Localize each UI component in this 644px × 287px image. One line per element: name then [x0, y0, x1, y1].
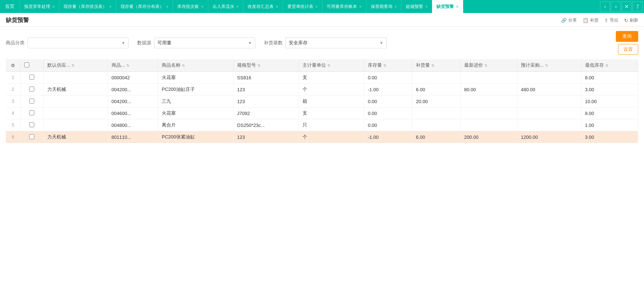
- th-supplier[interactable]: 默认供应... ⇅: [44, 59, 108, 72]
- row-supplier: [44, 96, 108, 107]
- replenish-value: 安全库存: [289, 40, 379, 46]
- close-tab-4[interactable]: ×: [236, 4, 239, 9]
- replenish-filter: 补货基数 安全库存 ▼: [264, 37, 387, 48]
- th-spec[interactable]: 规格型号 ⇅: [233, 59, 299, 72]
- settings-button[interactable]: 设置: [618, 44, 638, 55]
- share-button[interactable]: 🔗 分享: [561, 17, 577, 23]
- close-tab-1[interactable]: ×: [109, 4, 111, 9]
- row-checkbox-cell: [20, 96, 44, 107]
- home-tab[interactable]: 首页: [0, 0, 20, 13]
- tab-9[interactable]: 超储预警 ×: [401, 0, 432, 13]
- nav-close[interactable]: ✕: [622, 1, 632, 12]
- th-gear[interactable]: ⚙: [6, 59, 20, 72]
- category-label: 商品分类: [6, 40, 25, 46]
- gear-icon: ⚙: [11, 63, 15, 68]
- th-est-purchase[interactable]: 预计采购... ⇅: [517, 59, 581, 72]
- row-latest-price: [460, 119, 517, 131]
- row-stock: 0.00: [364, 107, 412, 119]
- sort-icon: ⇅: [126, 63, 129, 67]
- tab-4[interactable]: 出入库流水 ×: [208, 0, 243, 13]
- row-est-purchase: [517, 72, 581, 84]
- sort-icon: ⇅: [484, 63, 487, 67]
- row-stock: -1.00: [364, 84, 412, 96]
- row-num: 3: [6, 96, 20, 107]
- row-checkbox[interactable]: [29, 134, 34, 139]
- row-code: 801110...: [108, 131, 158, 143]
- th-replenish[interactable]: 补货量 ⇅: [412, 59, 460, 72]
- row-supplier: 力天机械: [44, 131, 108, 143]
- row-checkbox[interactable]: [29, 98, 34, 103]
- row-unit: 个: [299, 84, 364, 96]
- row-min-stock: 3.00: [581, 131, 638, 143]
- refresh-button[interactable]: ↻ 刷新: [624, 17, 638, 23]
- row-stock: 0.00: [364, 96, 412, 107]
- tab-1[interactable]: 现存量（库存状况表） ×: [59, 0, 116, 13]
- nav-expand[interactable]: ⤴: [632, 1, 643, 12]
- row-est-purchase: [517, 107, 581, 119]
- th-name[interactable]: 商品名称 ⇅: [158, 59, 234, 72]
- row-est-purchase: 480.00: [517, 84, 581, 96]
- header-actions: 🔗 分享 📋 补货 ⇧ 导出 ↻ 刷新: [561, 17, 638, 23]
- row-spec: 123: [233, 84, 299, 96]
- replenish-button[interactable]: 📋 补货: [583, 17, 599, 23]
- close-tab-10[interactable]: ×: [456, 4, 458, 9]
- row-checkbox[interactable]: [29, 122, 34, 127]
- close-tab-6[interactable]: ×: [316, 4, 318, 9]
- tab-8[interactable]: 保质期查询 ×: [366, 0, 401, 13]
- row-checkbox[interactable]: [29, 87, 34, 92]
- row-name: 火花塞: [158, 107, 234, 119]
- category-select[interactable]: ▼: [27, 37, 129, 48]
- row-est-purchase: [517, 119, 581, 131]
- th-min-stock[interactable]: 最低库存 ⇅: [581, 59, 638, 72]
- close-tab-3[interactable]: ×: [201, 4, 203, 9]
- row-unit: 支: [299, 107, 364, 119]
- close-tab-9[interactable]: ×: [425, 4, 427, 9]
- close-tab-5[interactable]: ×: [276, 4, 278, 9]
- datasource-select[interactable]: 可用量 ▼: [154, 37, 255, 48]
- row-checkbox[interactable]: [29, 75, 34, 80]
- replenish-arrow-icon: ▼: [379, 41, 383, 45]
- close-tab-0[interactable]: ×: [52, 4, 55, 9]
- nav-next[interactable]: ›: [611, 1, 621, 12]
- th-stock[interactable]: 库存量 ⇅: [364, 59, 412, 72]
- query-button[interactable]: 查询: [616, 31, 638, 42]
- refresh-icon: ↻: [624, 18, 628, 23]
- tab-0[interactable]: 拣货异常处理 ×: [20, 0, 59, 13]
- row-replenish: 6.00: [412, 131, 460, 143]
- row-code: 0000042: [108, 72, 158, 84]
- close-tab-7[interactable]: ×: [359, 4, 361, 9]
- tab-6[interactable]: 要货单统计表 ×: [283, 0, 322, 13]
- tab-7[interactable]: 可用量库存账本 ×: [322, 0, 366, 13]
- row-replenish: [412, 107, 460, 119]
- tab-2[interactable]: 现存量（库存分布表） ×: [116, 0, 173, 13]
- export-button[interactable]: ⇧ 导出: [604, 17, 618, 23]
- nav-prev[interactable]: ‹: [600, 1, 610, 12]
- replenish-select[interactable]: 安全库存 ▼: [286, 37, 387, 48]
- data-table: ⚙ 默认供应... ⇅: [6, 59, 638, 143]
- th-unit[interactable]: 主计量单位 ⇅: [299, 59, 364, 72]
- tab-3[interactable]: 库存批次账 ×: [173, 0, 208, 13]
- close-tab-8[interactable]: ×: [395, 4, 397, 9]
- row-code: 004600...: [108, 107, 158, 119]
- row-latest-price: [460, 96, 517, 107]
- content-area: 缺货预警 🔗 分享 📋 补货 ⇧ 导出 ↻ 刷新: [0, 13, 644, 287]
- row-spec: 123: [233, 96, 299, 107]
- row-supplier: 力天机械: [44, 84, 108, 96]
- th-latest-price[interactable]: 最新进价 ⇅: [460, 59, 517, 72]
- select-all-checkbox[interactable]: [24, 62, 29, 67]
- row-checkbox-cell: [20, 131, 44, 143]
- filter-actions: 查询 设置: [616, 31, 638, 55]
- nav-tabs: 首页 拣货异常处理 × 现存量（库存状况表） × 现存量（库存分布表） × 库存…: [0, 0, 644, 13]
- tab-5[interactable]: 收发存汇总表 ×: [243, 0, 283, 13]
- close-tab-2[interactable]: ×: [166, 4, 168, 9]
- datasource-value: 可用量: [157, 40, 248, 46]
- row-latest-price: 80.00: [460, 84, 517, 96]
- th-code[interactable]: 商品... ⇅: [108, 59, 158, 72]
- table-body: 1 0000042 火花塞 SS816 支 0.00 8.00 2 力天机械 0…: [6, 72, 638, 143]
- tab-10[interactable]: 缺货预警 ×: [432, 0, 463, 13]
- row-num: 1: [6, 72, 20, 84]
- row-checkbox[interactable]: [29, 110, 34, 115]
- row-code: 004800...: [108, 119, 158, 131]
- row-checkbox-cell: [20, 119, 44, 131]
- datasource-label: 数据源: [137, 40, 151, 46]
